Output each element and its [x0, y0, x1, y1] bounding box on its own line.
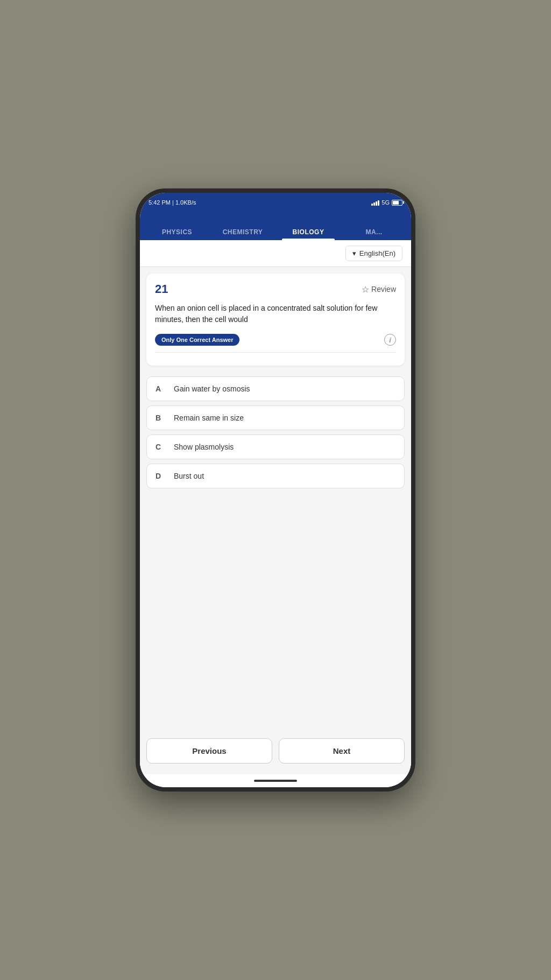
- tag-row: Only One Correct Answer i: [155, 334, 396, 346]
- info-icon[interactable]: i: [384, 334, 396, 346]
- signal-icon: [371, 199, 379, 206]
- option-c-label: C: [156, 443, 166, 451]
- options-list: A Gain water by osmosis B Remain same in…: [140, 372, 411, 488]
- status-bar: 5:42 PM | 1.0KB/s 5G: [140, 193, 411, 212]
- previous-button[interactable]: Previous: [146, 738, 272, 764]
- status-time: 5:42 PM | 1.0KB/s: [149, 199, 196, 206]
- language-selector[interactable]: ▾ English(En): [345, 246, 402, 261]
- chevron-down-icon: ▾: [352, 249, 356, 257]
- question-card: 21 ☆ Review When an onion cell is placed…: [146, 274, 405, 366]
- home-bar: [254, 780, 297, 782]
- option-b-label: B: [156, 414, 166, 422]
- question-text: When an onion cell is placed in a concen…: [155, 303, 396, 325]
- phone-frame: 5:42 PM | 1.0KB/s 5G PHYSICS CHEMISTRY B…: [136, 188, 415, 792]
- phone-screen: 5:42 PM | 1.0KB/s 5G PHYSICS CHEMISTRY B…: [140, 193, 411, 787]
- tab-bar: PHYSICS CHEMISTRY BIOLOGY MA...: [140, 212, 411, 240]
- question-header: 21 ☆ Review: [155, 282, 396, 296]
- option-a-text: Gain water by osmosis: [174, 384, 250, 393]
- tab-physics[interactable]: PHYSICS: [144, 223, 210, 240]
- answer-type-tag: Only One Correct Answer: [155, 334, 239, 346]
- battery-icon: [392, 200, 402, 206]
- content-area: ▾ English(En) 21 ☆ Review When an onion …: [140, 240, 411, 774]
- option-c[interactable]: C Show plasmolysis: [146, 435, 405, 459]
- divider: [155, 352, 396, 353]
- language-label: English(En): [359, 249, 395, 257]
- review-label: Review: [371, 285, 396, 293]
- next-button[interactable]: Next: [279, 738, 405, 764]
- network-type: 5G: [382, 199, 390, 206]
- review-button[interactable]: ☆ Review: [362, 284, 396, 295]
- option-c-text: Show plasmolysis: [174, 443, 234, 451]
- option-a[interactable]: A Gain water by osmosis: [146, 376, 405, 401]
- option-a-label: A: [156, 384, 166, 393]
- tab-chemistry[interactable]: CHEMISTRY: [210, 223, 276, 240]
- option-d[interactable]: D Burst out: [146, 464, 405, 488]
- star-icon: ☆: [362, 284, 369, 295]
- option-d-label: D: [156, 472, 166, 480]
- nav-buttons: Previous Next: [140, 730, 411, 774]
- question-number: 21: [155, 282, 168, 296]
- option-b-text: Remain same in size: [174, 414, 244, 422]
- status-icons: 5G: [371, 199, 402, 206]
- language-bar: ▾ English(En): [140, 240, 411, 267]
- tab-math[interactable]: MA...: [341, 223, 407, 240]
- home-indicator: [140, 774, 411, 787]
- option-b[interactable]: B Remain same in size: [146, 405, 405, 430]
- tab-biology[interactable]: BIOLOGY: [276, 223, 341, 240]
- option-d-text: Burst out: [174, 472, 204, 480]
